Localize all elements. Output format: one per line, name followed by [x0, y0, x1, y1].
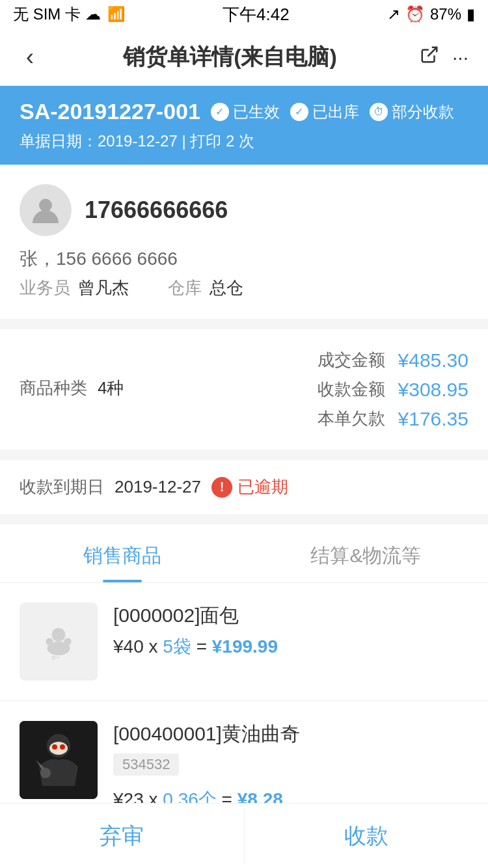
deal-amount-label: 成交金额 — [318, 349, 385, 372]
overdue-icon: ! — [211, 477, 232, 498]
svg-point-1 — [52, 628, 66, 642]
deal-amount-row: 成交金额 ¥485.30 — [318, 349, 468, 372]
due-date-section: 收款到期日 2019-12-27 ! 已逾期 — [0, 460, 488, 514]
nav-actions: ··· — [420, 45, 468, 69]
product-price-1: ¥40 x 5袋 = ¥199.99 — [113, 634, 468, 659]
wifi-icon: 📶 — [107, 6, 125, 23]
product-list: B+ [0000002]面包 ¥40 x 5袋 = ¥199.99 — [0, 583, 488, 832]
avatar — [20, 184, 72, 236]
price-value-1: ¥40 — [113, 636, 144, 657]
total-value-1: ¥199.99 — [212, 636, 278, 657]
battery-level: 87% — [430, 5, 461, 23]
tabs-section: 销售商品 结算&物流等 — [0, 524, 488, 583]
customer-id: 17666666666 — [85, 197, 228, 224]
bottom-bar: 弃审 收款 — [0, 803, 488, 868]
customer-meta: 业务员 曾凡杰 仓库 总仓 — [20, 277, 468, 299]
svg-point-9 — [52, 744, 57, 750]
status-bar: 无 SIM 卡 ☁ 📶 下午4:42 ↗ ⏰ 87% ▮ — [0, 0, 488, 29]
overdue-label: 已逾期 — [237, 476, 288, 498]
product-name-2: [000400001]黄油曲奇 — [113, 721, 468, 748]
product-sku-2: 534532 — [113, 753, 179, 776]
nav-bar: ‹ 销货单详情(来自电脑) ··· — [0, 29, 488, 86]
warehouse-value: 总仓 — [210, 277, 243, 299]
product-name-1: [0000002]面包 — [113, 603, 468, 629]
product-info-1: [0000002]面包 ¥40 x 5袋 = ¥199.99 — [113, 603, 468, 659]
badge-effective: ✓ 已生效 — [211, 102, 280, 122]
badge-partial: ⏱ 部分收款 — [370, 102, 454, 122]
svg-point-0 — [39, 199, 52, 212]
sim-status: 无 SIM 卡 ☁ — [13, 4, 101, 25]
alarm-icon: ⏰ — [405, 5, 425, 23]
salesperson-label: 业务员 — [20, 277, 70, 299]
stats-left: 商品种类 4种 — [20, 349, 124, 430]
badge-effective-label: 已生效 — [233, 102, 280, 122]
svg-text:B+: B+ — [52, 654, 61, 661]
quantity-value-1: 5袋 — [163, 636, 191, 657]
header-sub-info: 单据日期：2019-12-27 | 打印 2 次 — [20, 131, 468, 152]
due-date-label: 收款到期日 — [20, 476, 104, 498]
customer-section: 17666666666 张，156 6666 6666 业务员 曾凡杰 仓库 总… — [0, 165, 488, 319]
salesperson-item: 业务员 曾凡杰 — [20, 277, 129, 299]
location-icon: ↗ — [387, 5, 400, 23]
deal-amount-value: ¥485.30 — [398, 349, 468, 372]
customer-info: 17666666666 — [85, 197, 228, 224]
status-left: 无 SIM 卡 ☁ 📶 — [13, 4, 125, 25]
received-amount-value: ¥308.95 — [398, 379, 468, 401]
salesperson-value: 曾凡杰 — [78, 277, 129, 299]
svg-point-4 — [47, 642, 70, 655]
received-amount-row: 收款金额 ¥308.95 — [318, 378, 468, 401]
customer-top: 17666666666 — [20, 184, 468, 236]
svg-point-11 — [40, 768, 51, 778]
product-types-row: 商品种类 4种 — [20, 377, 124, 400]
tabs: 销售商品 结算&物流等 — [0, 524, 488, 583]
customer-phone: 张，156 6666 6666 — [20, 247, 468, 271]
product-thumbnail-2 — [20, 721, 98, 799]
warehouse-item: 仓库 总仓 — [168, 277, 243, 299]
confirm-button[interactable]: 收款 — [245, 808, 489, 864]
overdue-badge: ! 已逾期 — [211, 476, 288, 498]
warehouse-label: 仓库 — [168, 277, 202, 299]
stats-section: 商品种类 4种 成交金额 ¥485.30 收款金额 ¥308.95 本单欠款 ¥… — [0, 329, 488, 450]
status-badges: ✓ 已生效 ✓ 已出库 ⏱ 部分收款 — [211, 102, 454, 122]
received-amount-label: 收款金额 — [318, 378, 385, 401]
check-icon-2: ✓ — [290, 103, 308, 121]
badge-partial-label: 部分收款 — [392, 102, 454, 122]
product-types-value: 4种 — [98, 377, 124, 400]
share-icon[interactable] — [420, 45, 439, 69]
page-title: 销货单详情(来自电脑) — [40, 42, 420, 72]
header-banner-top: SA-20191227-001 ✓ 已生效 ✓ 已出库 ⏱ 部分收款 — [20, 99, 468, 124]
product-thumbnail-1: B+ — [20, 603, 98, 681]
header-banner: SA-20191227-001 ✓ 已生效 ✓ 已出库 ⏱ 部分收款 单据日期：… — [0, 86, 488, 165]
list-item: B+ [0000002]面包 ¥40 x 5袋 = ¥199.99 — [0, 583, 488, 700]
tab-products[interactable]: 销售商品 — [0, 524, 244, 582]
owed-amount-row: 本单欠款 ¥176.35 — [318, 407, 468, 430]
due-date-value: 2019-12-27 — [115, 477, 201, 497]
svg-point-10 — [60, 744, 65, 750]
owed-amount-value: ¥176.35 — [398, 408, 468, 430]
tab-settlement[interactable]: 结算&物流等 — [244, 524, 488, 582]
badge-shipped: ✓ 已出库 — [290, 102, 359, 122]
stats-right: 成交金额 ¥485.30 收款金额 ¥308.95 本单欠款 ¥176.35 — [318, 349, 468, 430]
svg-point-8 — [49, 742, 68, 755]
more-icon[interactable]: ··· — [452, 46, 468, 68]
badge-shipped-label: 已出库 — [312, 102, 359, 122]
product-types-label: 商品种类 — [20, 377, 87, 400]
check-icon-1: ✓ — [211, 103, 229, 121]
battery-icon: ▮ — [467, 5, 475, 23]
status-right: ↗ ⏰ 87% ▮ — [387, 5, 475, 23]
order-number: SA-20191227-001 — [20, 99, 200, 124]
cancel-button[interactable]: 弃审 — [0, 808, 245, 864]
owed-amount-label: 本单欠款 — [318, 407, 385, 430]
clock-icon: ⏱ — [370, 103, 388, 121]
product-info-2: [000400001]黄油曲奇 534532 ¥23 x 0.36个 = ¥8.… — [113, 721, 468, 812]
back-button[interactable]: ‹ — [20, 37, 40, 77]
status-time: 下午4:42 — [223, 3, 290, 26]
